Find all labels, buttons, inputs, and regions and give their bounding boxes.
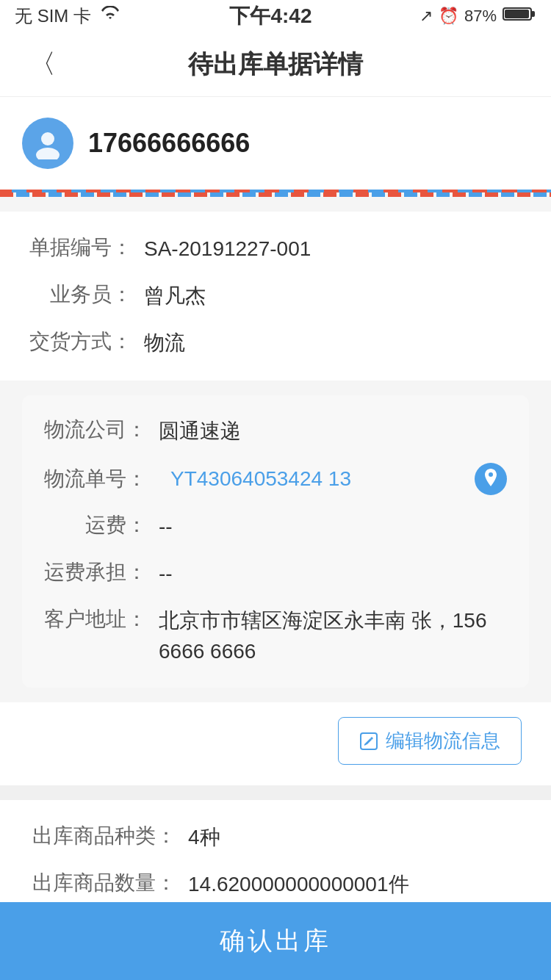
delivery-method-row: 交货方式： 物流: [29, 328, 522, 359]
alarm-icon: ⏰: [439, 7, 458, 26]
freight-label: 运费：: [44, 511, 147, 539]
battery-icon: [503, 6, 536, 26]
status-left: 无 SIM 卡: [15, 4, 122, 28]
status-bar: 无 SIM 卡 下午4:42 ↗ ⏰ 87%: [0, 0, 551, 32]
outbound-quantity-row: 出库商品数量： 14.620000000000001件: [29, 869, 522, 900]
svg-point-4: [36, 148, 60, 159]
carrier-text: 无 SIM 卡: [15, 4, 91, 28]
outbound-category-row: 出库商品种类： 4种: [29, 822, 522, 853]
svg-rect-2: [505, 10, 529, 18]
sales-person-row: 业务员： 曾凡杰: [29, 281, 522, 311]
outbound-quantity-label: 出库商品数量：: [29, 869, 176, 897]
customer-phone: 17666666666: [88, 128, 250, 159]
freight-row: 运费： --: [44, 511, 507, 542]
edit-logistics-button[interactable]: 编辑物流信息: [338, 717, 522, 765]
svg-point-3: [41, 132, 54, 145]
edit-logistics-btn-row: 编辑物流信息: [0, 702, 551, 785]
confirm-btn-wrapper: 确认出库: [0, 902, 551, 980]
track-location-button[interactable]: [475, 463, 507, 495]
outbound-quantity-value: 14.620000000000001件: [188, 869, 522, 900]
freight-bearer-value: --: [159, 558, 507, 589]
customer-address-label: 客户地址：: [44, 605, 147, 633]
document-number-label: 单据编号：: [29, 234, 132, 262]
tracking-number-row: 物流单号： YT43064053424 13: [44, 463, 507, 495]
sales-person-value: 曾凡杰: [144, 281, 522, 311]
customer-address-row: 客户地址： 北京市市辖区海淀区永丰南 张，156 6666 6666: [44, 605, 507, 667]
page-title: 待出库单据详情: [188, 48, 363, 82]
status-right: ↗ ⏰ 87%: [419, 6, 536, 26]
outbound-category-value: 4种: [188, 822, 522, 853]
freight-value: --: [159, 511, 507, 542]
tracking-number-value: YT43064053424 13: [170, 464, 463, 494]
delivery-method-label: 交货方式：: [29, 328, 132, 356]
logistics-company-row: 物流公司： 圆通速递: [44, 416, 507, 447]
confirm-outbound-button[interactable]: 确认出库: [0, 924, 551, 958]
status-time: 下午4:42: [229, 2, 311, 30]
order-info-section: 单据编号： SA-20191227-001 业务员： 曾凡杰 交货方式： 物流: [0, 212, 551, 381]
document-number-value: SA-20191227-001: [144, 234, 522, 264]
freight-bearer-label: 运费承担：: [44, 558, 147, 586]
customer-address-value: 北京市市辖区海淀区永丰南 张，156 6666 6666: [159, 605, 507, 667]
battery-text: 87%: [464, 7, 497, 26]
location-status-icon: ↗: [419, 7, 433, 26]
sales-person-label: 业务员：: [29, 281, 132, 309]
outbound-category-label: 出库商品种类：: [29, 822, 176, 850]
wifi-icon: [98, 6, 122, 26]
avatar: [22, 118, 73, 169]
back-button[interactable]: 〈: [22, 39, 63, 90]
logistics-section: 物流公司： 圆通速递 物流单号： YT43064053424 13 运费： --…: [22, 395, 529, 688]
delivery-method-value: 物流: [144, 328, 522, 359]
nav-bar: 〈 待出库单据详情: [0, 32, 551, 97]
section-divider: [0, 785, 551, 800]
document-number-row: 单据编号： SA-20191227-001: [29, 234, 522, 264]
edit-logistics-label: 编辑物流信息: [386, 728, 500, 754]
logistics-company-label: 物流公司：: [44, 416, 147, 444]
tracking-number-label: 物流单号：: [44, 465, 147, 493]
dashed-divider: [0, 192, 551, 197]
logistics-company-value: 圆通速递: [159, 416, 507, 447]
svg-rect-1: [531, 11, 535, 17]
customer-header: 17666666666: [0, 97, 551, 192]
freight-bearer-row: 运费承担： --: [44, 558, 507, 589]
